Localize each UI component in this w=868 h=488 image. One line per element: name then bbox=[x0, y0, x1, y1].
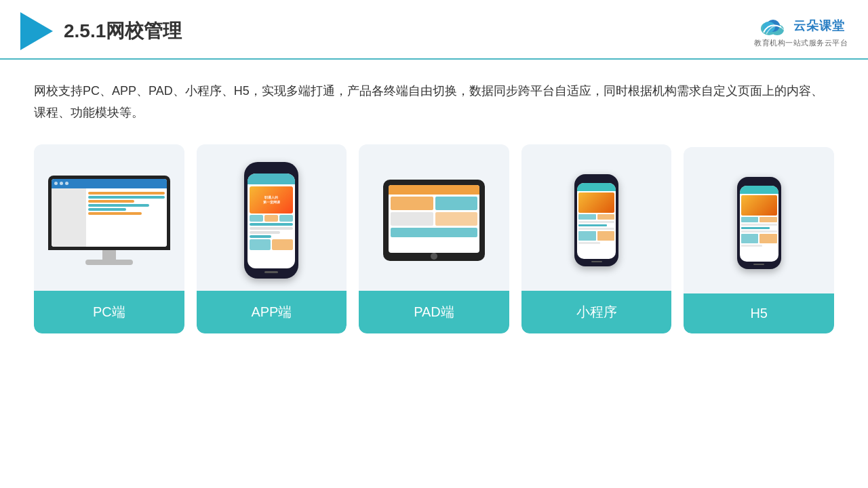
card-app: 职通人的第一堂网课 bbox=[197, 144, 347, 333]
phone-device-app: 职通人的第一堂网课 bbox=[244, 162, 298, 279]
brand-logo: 云朵课堂 bbox=[757, 15, 845, 37]
card-pad-label: PAD端 bbox=[359, 291, 509, 333]
brand-name: 云朵课堂 bbox=[793, 18, 845, 34]
card-miniapp-image bbox=[521, 144, 672, 280]
header-right: 云朵课堂 教育机构一站式服务云平台 bbox=[754, 15, 848, 48]
pc-screen bbox=[52, 179, 167, 247]
card-pc-image bbox=[34, 144, 184, 280]
card-app-label: APP端 bbox=[197, 291, 347, 333]
phone-screen: 职通人的第一堂网课 bbox=[248, 174, 295, 268]
cloud-icon bbox=[757, 15, 789, 37]
card-miniapp-label: 小程序 bbox=[521, 291, 672, 333]
header: 2.5.1网校管理 云朵课堂 教育机构一站式服务云平台 bbox=[0, 0, 868, 60]
phone-device-miniapp bbox=[574, 174, 618, 266]
main-content: 网校支持PC、APP、PAD、小程序、H5，实现多端打通，产品各终端自由切换，数… bbox=[0, 60, 868, 347]
description-text: 网校支持PC、APP、PAD、小程序、H5，实现多端打通，产品各终端自由切换，数… bbox=[34, 80, 834, 124]
card-miniapp: 小程序 bbox=[521, 144, 672, 333]
card-pc: PC端 bbox=[34, 144, 184, 333]
card-h5-label: H5 bbox=[684, 293, 834, 333]
phone-notch bbox=[263, 167, 279, 171]
card-app-image: 职通人的第一堂网课 bbox=[197, 144, 347, 280]
phone-sm-screen-h5 bbox=[740, 186, 778, 262]
card-pc-label: PC端 bbox=[34, 291, 184, 333]
card-pad-image bbox=[359, 144, 509, 280]
phone-sm-screen bbox=[577, 183, 616, 259]
phone-sm-notch bbox=[590, 178, 604, 181]
header-left: 2.5.1网校管理 bbox=[20, 12, 182, 50]
cards-row: PC端 职通人的第一堂网课 bbox=[34, 144, 834, 333]
card-h5: H5 bbox=[684, 147, 834, 333]
pad-device bbox=[383, 180, 485, 261]
logo-triangle-icon bbox=[20, 12, 53, 50]
card-h5-image bbox=[684, 147, 834, 283]
pc-monitor bbox=[48, 176, 170, 250]
pc-device bbox=[48, 176, 170, 265]
phone-device-h5 bbox=[737, 177, 781, 269]
page-title: 2.5.1网校管理 bbox=[64, 18, 182, 44]
card-pad: PAD端 bbox=[359, 144, 509, 333]
brand-tagline: 教育机构一站式服务云平台 bbox=[754, 38, 848, 48]
phone-sm-notch-h5 bbox=[752, 181, 766, 184]
pad-screen bbox=[389, 185, 479, 253]
